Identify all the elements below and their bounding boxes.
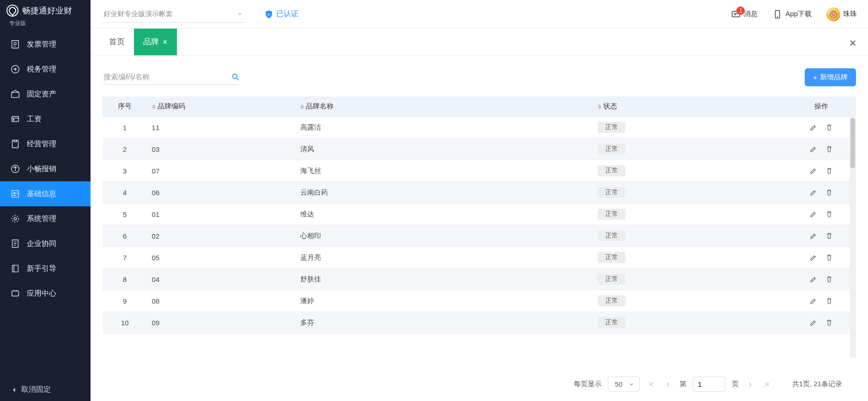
sidebar-item-0[interactable]: 发票管理 [0,32,91,57]
cell-ops [787,312,856,334]
table-scrollbar[interactable] [850,118,856,358]
page-suffix: 页 [732,380,739,389]
sidebar-nav: 发票管理税务管理固定资产工资经营管理小畅报销基础信息系统管理企业协同新手引导应用… [0,32,91,378]
edit-icon[interactable] [809,253,818,262]
delete-icon[interactable] [825,167,833,175]
search-icon[interactable] [231,72,240,82]
tab-brand[interactable]: 品牌 × [134,29,177,55]
table-row[interactable]: 9 08 潘婷 正常 [103,290,856,312]
pager-next[interactable] [745,379,755,389]
sidebar-item-8[interactable]: 企业协同 [0,231,91,256]
edit-icon[interactable] [809,167,818,175]
sidebar-item-5[interactable]: 小畅报销 [0,156,91,181]
sidebar-item-2[interactable]: 固定资产 [0,82,91,107]
table-row[interactable]: 1 11 高露洁 正常 [103,117,856,138]
edit-icon[interactable] [809,188,818,197]
edit-icon[interactable] [809,145,818,153]
sidebar-item-3[interactable]: 工资 [0,107,91,132]
table-row[interactable]: 2 03 清风 正常 [103,138,856,160]
edit-icon[interactable] [809,210,818,218]
table-row[interactable]: 5 01 维达 正常 [103,203,856,225]
sidebar-item-label: 税务管理 [27,65,56,74]
delete-icon[interactable] [825,232,833,240]
cell-index: 5 [103,203,147,225]
sidebar-item-label: 固定资产 [27,90,56,99]
app-download-button[interactable]: App下载 [772,9,812,19]
chevron-down-icon [237,11,243,17]
user-menu[interactable]: 🐵 珠珠 [826,7,857,21]
edit-icon[interactable] [809,297,818,305]
sidebar-item-4[interactable]: 经营管理 [0,132,91,156]
delete-icon[interactable] [825,253,833,262]
cell-index: 7 [103,247,147,269]
sidebar-item-9[interactable]: 新手引导 [0,256,91,281]
invoice-icon [10,39,20,49]
col-code[interactable]: 品牌编码 [147,96,296,117]
cell-name: 海飞丝 [296,160,593,182]
sidebar-item-6[interactable]: 基础信息 [0,181,91,206]
col-status[interactable]: 状态 [593,96,786,117]
cell-index: 6 [103,225,147,247]
page-input[interactable] [693,377,725,392]
delete-icon[interactable] [825,145,833,153]
pager-prev[interactable] [663,379,673,389]
sidebar-item-1[interactable]: 税务管理 [0,57,91,82]
cell-code: 05 [147,247,296,269]
delete-icon[interactable] [825,275,833,283]
svg-point-10 [14,217,17,220]
pager-last[interactable] [762,379,772,389]
tab-close-icon[interactable]: × [163,38,168,46]
status-badge: 正常 [598,187,625,198]
pager-first[interactable] [646,379,656,389]
close-all-tabs[interactable]: × [846,36,860,50]
delete-icon[interactable] [825,188,833,197]
svg-rect-3 [12,117,19,122]
delete-icon[interactable] [825,210,833,218]
tabbar: 首页 品牌 × × [91,29,868,55]
edit-icon[interactable] [809,318,818,327]
delete-icon[interactable] [825,297,833,305]
sidebar-item-label: 应用中心 [27,289,56,299]
tab-home[interactable]: 首页 [100,29,134,55]
search-box [103,70,241,85]
cell-code: 04 [147,269,296,290]
cell-code: 08 [147,290,296,312]
edit-icon[interactable] [809,275,818,283]
edit-icon[interactable] [809,123,818,132]
cell-ops [787,117,856,138]
per-page-select[interactable]: 50 [608,377,640,392]
status-badge: 正常 [598,230,625,241]
delete-icon[interactable] [825,318,833,327]
table-row[interactable]: 4 06 云南白药 正常 [103,182,856,203]
add-brand-button[interactable]: + 新增品牌 [805,68,856,86]
table-row[interactable]: 8 04 舒肤佳 正常 [103,269,856,290]
col-index[interactable]: 序号 [103,96,147,117]
sidebar-item-label: 发票管理 [27,40,56,49]
guide-icon [10,263,20,274]
edition-label: 专业版 [0,18,91,32]
sidebar-item-10[interactable]: 应用中心 [0,281,91,306]
sort-icon[interactable] [300,104,304,109]
cell-name: 多芬 [296,312,593,334]
logo: 畅捷通好业财 [0,0,91,18]
verified-badge[interactable]: 企 已认证 [264,9,298,19]
sidebar-unpin[interactable]: 取消固定 [0,378,91,401]
table-row[interactable]: 3 07 海飞丝 正常 [103,160,856,182]
page-prefix: 第 [680,380,686,389]
cell-ops [787,247,856,269]
col-name[interactable]: 品牌名称 [296,96,593,117]
table-row[interactable]: 7 05 蓝月亮 正常 [103,247,856,269]
cell-name: 高露洁 [296,117,593,138]
table-row[interactable]: 10 09 多芬 正常 [103,312,856,334]
cell-code: 11 [147,117,296,138]
account-select[interactable]: 好业财专业版演示帐套 [102,6,245,23]
search-input[interactable] [103,73,231,81]
sort-icon[interactable] [152,104,156,109]
messages-button[interactable]: 消息 1 [731,9,758,19]
table-row[interactable]: 6 02 心相印 正常 [103,225,856,247]
delete-icon[interactable] [825,123,833,132]
edit-icon[interactable] [809,232,818,240]
sort-icon[interactable] [598,104,601,109]
status-badge: 正常 [598,252,625,263]
sidebar-item-7[interactable]: 系统管理 [0,206,91,231]
